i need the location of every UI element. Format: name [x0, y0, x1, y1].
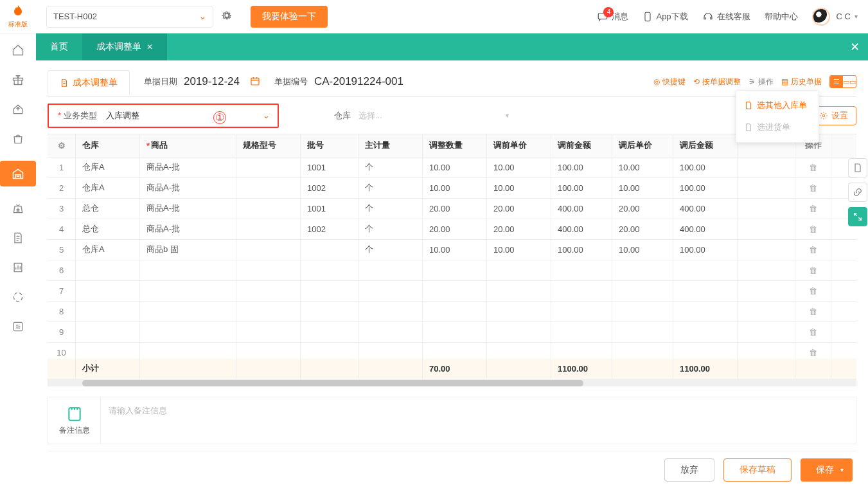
delete-row-icon[interactable]: 🗑 — [795, 219, 831, 239]
delete-row-icon[interactable]: 🗑 — [795, 260, 831, 280]
by-bill-link[interactable]: ⟲ 按单据调整 — [693, 77, 741, 87]
tab-home[interactable]: 首页 — [36, 33, 82, 60]
support-link[interactable]: 在线客服 — [702, 11, 750, 23]
list-view-icon[interactable]: ☰ — [830, 76, 843, 87]
store-select[interactable]: TEST-H002 ⌄ — [46, 6, 213, 28]
table-subtotal: 小计 70.00 1100.00 1100.00 — [48, 359, 856, 378]
delete-row-icon[interactable]: 🗑 — [795, 158, 831, 177]
rail-doc-icon[interactable] — [848, 158, 867, 177]
nav-home-icon[interactable] — [10, 42, 26, 58]
rail-link-icon[interactable] — [848, 183, 867, 202]
biz-type-select[interactable]: * 业务类型 入库调整 ⌄ ① — [48, 104, 279, 128]
messages-label: 消息 — [612, 11, 628, 23]
col-post-price: 调后单价 — [612, 134, 673, 157]
right-rail — [847, 158, 868, 226]
user-name: C C — [837, 12, 851, 21]
table-row[interactable]: 8🗑 — [48, 302, 856, 322]
side-nav: 新 — [0, 33, 36, 488]
user-menu[interactable]: C C ▾ — [812, 8, 858, 26]
avatar — [812, 8, 830, 26]
table-row[interactable]: 9🗑 — [48, 322, 856, 343]
table-row[interactable]: 7🗑 — [48, 281, 856, 302]
discard-button[interactable]: 放弃 — [664, 458, 714, 482]
popup-other-in[interactable]: 选其他入库单 — [736, 95, 819, 116]
doc-tab[interactable]: 成本调整单 — [48, 70, 130, 94]
app-logo: 标准版 — [0, 4, 36, 29]
annotation-1: ① — [213, 111, 226, 124]
popup-purchase-in[interactable]: 选进货单 — [736, 116, 819, 138]
close-all-tabs[interactable]: ✕ — [841, 33, 868, 60]
delete-row-icon[interactable]: 🗑 — [795, 240, 831, 260]
delete-row-icon[interactable]: 🗑 — [795, 302, 831, 321]
delete-row-icon[interactable]: 🗑 — [795, 281, 831, 301]
memo-section: 备注信息 请输入备注信息 — [48, 397, 856, 444]
chevron-down-icon: ▾ — [506, 112, 509, 119]
nav-warehouse-icon[interactable] — [0, 161, 36, 186]
delete-row-icon[interactable]: 🗑 — [795, 178, 831, 198]
svg-rect-5 — [251, 78, 259, 85]
ops-link[interactable]: ⚞ 操作 — [748, 77, 774, 87]
nav-new-icon[interactable]: 新 — [10, 319, 26, 334]
nav-money-icon[interactable] — [10, 201, 26, 216]
grid-view-icon[interactable]: ▭▭ — [843, 76, 856, 87]
flame-icon — [10, 4, 26, 19]
table-row[interactable]: 10🗑 — [48, 343, 856, 359]
shortcut-link[interactable]: ◎ 快捷键 — [653, 77, 686, 87]
svg-text:新: 新 — [15, 324, 21, 330]
nav-report-icon[interactable] — [10, 260, 26, 275]
col-qty: 调整数量 — [423, 134, 487, 157]
nav-gift-icon[interactable] — [10, 72, 26, 87]
messages-badge: 4 — [603, 7, 614, 17]
delete-row-icon[interactable]: 🗑 — [795, 343, 831, 359]
nav-sync-icon[interactable] — [10, 289, 26, 305]
warehouse-select[interactable]: 仓库 选择... ▾ — [334, 110, 509, 122]
col-warehouse: 仓库 — [76, 134, 140, 157]
col-pre-price: 调前单价 — [487, 134, 551, 157]
save-button[interactable]: 保存▾ — [801, 458, 853, 482]
gear-icon[interactable] — [221, 10, 233, 23]
document-icon — [60, 78, 69, 87]
table-row[interactable]: 5仓库A商品b 固个10.0010.00100.0010.00100.00🗑 — [48, 240, 856, 260]
note-icon — [66, 406, 83, 422]
data-table: ⚙ 仓库 商品 规格型号 批号 主计量 调整数量 调前单价 调前金额 调后单价 … — [48, 134, 856, 386]
chevron-down-icon: ⌄ — [263, 111, 270, 120]
table-row[interactable]: 3总仓商品A-批1001个20.0020.00400.0020.00400.00… — [48, 199, 856, 219]
tab-cost-adjust[interactable]: 成本调整单 ✕ — [82, 33, 167, 60]
rail-expand-icon[interactable] — [848, 207, 867, 226]
table-row[interactable]: 6🗑 — [48, 260, 856, 281]
nav-house-up-icon[interactable] — [10, 102, 26, 117]
app-download-link[interactable]: App下载 — [642, 11, 687, 23]
nav-bag-icon[interactable] — [10, 131, 26, 147]
phone-icon — [642, 11, 653, 23]
tab-bar: 首页 成本调整单 ✕ ✕ — [36, 33, 868, 60]
store-value: TEST-H002 — [53, 12, 97, 21]
messages-link[interactable]: 消息 4 — [597, 11, 628, 23]
table-row[interactable]: 1仓库A商品A-批1001个10.0010.00100.0010.00100.0… — [48, 158, 856, 178]
headset-icon — [702, 11, 714, 23]
delete-row-icon[interactable]: 🗑 — [795, 322, 831, 342]
col-unit: 主计量 — [359, 134, 423, 157]
history-link[interactable]: ▤ 历史单据 — [781, 77, 822, 87]
svg-rect-1 — [645, 12, 650, 21]
memo-label: 备注信息 — [48, 397, 101, 444]
help-link[interactable]: 帮助中心 — [765, 11, 798, 23]
table-row[interactable]: 2仓库A商品A-批1002个10.0010.00100.0010.00100.0… — [48, 178, 856, 199]
table-row[interactable]: 4总仓商品A-批1002个20.0020.00400.0020.00400.00… — [48, 219, 856, 240]
calendar-icon — [250, 76, 260, 88]
edition-label: 标准版 — [8, 20, 28, 29]
delete-row-icon[interactable]: 🗑 — [795, 199, 831, 219]
col-pre-amt: 调前金额 — [551, 134, 612, 157]
col-batch: 批号 — [301, 134, 359, 157]
chevron-down-icon: ▾ — [855, 13, 858, 20]
by-bill-popup: 选其他入库单 选进货单 — [736, 90, 819, 143]
horizontal-scrollbar[interactable] — [48, 379, 856, 386]
memo-input[interactable]: 请输入备注信息 — [101, 397, 856, 444]
bill-date[interactable]: 单据日期 2019-12-24 — [144, 75, 260, 88]
svg-point-6 — [822, 114, 825, 117]
trial-button[interactable]: 我要体验一下 — [251, 6, 328, 28]
close-icon[interactable]: ✕ — [146, 42, 153, 51]
gear-column-icon[interactable]: ⚙ — [48, 134, 76, 157]
nav-doc-icon[interactable] — [10, 230, 26, 246]
save-draft-button[interactable]: 保存草稿 — [723, 458, 792, 482]
view-toggle[interactable]: ☰ ▭▭ — [829, 75, 856, 88]
